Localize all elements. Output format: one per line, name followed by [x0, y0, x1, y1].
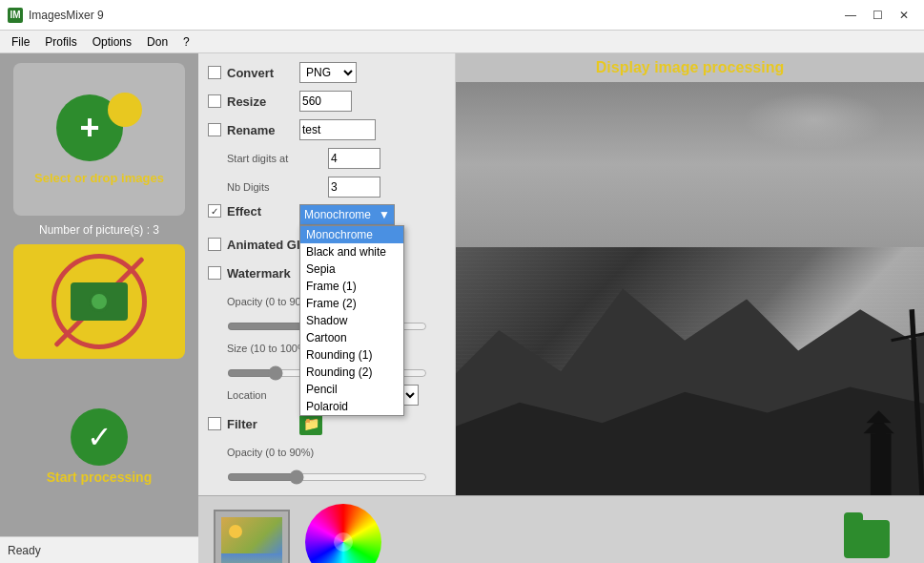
convert-checkbox[interactable] — [208, 66, 221, 79]
effect-option-bw[interactable]: Black and white — [300, 243, 403, 261]
effect-row: ✓ Effect Monochrome ▼ Monochrome Black a… — [208, 204, 445, 227]
no-camera-area — [13, 244, 185, 359]
animated-gif-checkbox[interactable] — [208, 238, 221, 251]
effect-option-sepia[interactable]: Sepia — [300, 261, 403, 278]
color-wheel-container: Background color — [305, 504, 381, 563]
plus-icon: + — [79, 111, 99, 145]
rename-row: Rename — [208, 118, 445, 141]
close-button[interactable]: ✕ — [892, 6, 916, 25]
start-digits-input[interactable] — [328, 148, 380, 169]
effect-option-shadow[interactable]: Shadow — [300, 312, 403, 329]
select-label: Select or drop images — [34, 171, 164, 185]
convert-format-container: PNG JPG BMP TIFF WEBP — [299, 62, 357, 83]
effect-option-frame1[interactable]: Frame (1) — [300, 278, 403, 295]
resize-input[interactable] — [299, 91, 352, 112]
start-digits-row: Start digits at — [208, 147, 445, 170]
menu-file[interactable]: File — [4, 33, 37, 51]
rename-label: Rename — [227, 123, 294, 137]
resize-label: Resize — [227, 94, 294, 109]
rename-checkbox[interactable] — [208, 123, 221, 136]
mountain-svg — [456, 206, 924, 495]
scene-cloud — [743, 92, 886, 149]
effect-checkbox[interactable]: ✓ — [208, 204, 221, 218]
filter-opacity-slider-container — [208, 469, 445, 488]
effect-option-cartoon[interactable]: Cartoon — [300, 329, 403, 346]
image-thumbnail — [214, 510, 290, 563]
start-label: Start processing — [47, 469, 152, 485]
minimize-button[interactable]: — — [838, 6, 863, 25]
image-drop-area[interactable]: + Select or drop images — [13, 63, 185, 216]
menu-options[interactable]: Options — [85, 33, 139, 51]
filter-checkbox[interactable] — [208, 417, 221, 430]
effect-option-rounding2[interactable]: Rounding (2) — [300, 364, 403, 381]
center-right: Convert PNG JPG BMP TIFF WEBP Res — [198, 53, 924, 536]
status-text: Ready — [8, 544, 41, 557]
menu-help[interactable]: ? — [175, 33, 197, 51]
menu-profils[interactable]: Profils — [37, 33, 84, 51]
bottom-strip: Background color Change folder — [198, 495, 924, 563]
middle-panel: Convert PNG JPG BMP TIFF WEBP Res — [198, 53, 456, 495]
color-wheel[interactable] — [305, 504, 381, 563]
resize-row: Resize — [208, 90, 445, 113]
convert-row: Convert PNG JPG BMP TIFF WEBP — [208, 61, 445, 84]
thumb-inner — [221, 517, 282, 563]
scene-mountain-area — [456, 206, 924, 495]
center-right-top: Convert PNG JPG BMP TIFF WEBP Res — [198, 53, 924, 495]
effect-selected-value: Monochrome — [304, 208, 371, 221]
color-wheel-highlight — [334, 532, 353, 552]
title-bar: IM ImagesMixer 9 — ☐ ✕ — [0, 0, 924, 31]
maximize-button[interactable]: ☐ — [865, 6, 890, 25]
filter-opacity-label: Opacity (0 to 90%) — [208, 447, 322, 458]
start-digits-label: Start digits at — [208, 153, 322, 164]
camera-lens — [89, 291, 110, 312]
image-display: FARCRY4 — [456, 82, 924, 495]
effect-dropdown-list: Monochrome Black and white Sepia Frame (… — [299, 225, 404, 416]
menu-bar: File Profils Options Don ? — [0, 31, 924, 53]
menu-don[interactable]: Don — [139, 33, 175, 51]
effect-option-polaroid[interactable]: Polaroid — [300, 398, 403, 415]
filter-label: Filter — [227, 417, 294, 431]
effect-label: Effect — [227, 204, 294, 219]
window-controls: — ☐ ✕ — [838, 6, 916, 25]
convert-label: Convert — [227, 66, 294, 80]
nb-digits-input[interactable] — [328, 177, 380, 198]
filter-opacity-row: Opacity (0 to 90%) — [208, 441, 445, 464]
thumb-sun — [229, 525, 242, 538]
change-folder-button[interactable]: Change folder — [826, 520, 909, 564]
effect-select-btn[interactable]: Monochrome ▼ — [299, 204, 395, 225]
chevron-down-icon: ▼ — [379, 208, 390, 221]
right-panel: Display image processing FARCRY4 — [456, 53, 924, 495]
nb-digits-row: Nb Digits — [208, 176, 445, 198]
pagoda-main — [871, 423, 892, 495]
effect-dropdown: Monochrome ▼ Monochrome Black and white … — [299, 204, 395, 225]
display-header: Display image processing — [456, 53, 924, 82]
effect-option-rounding1[interactable]: Rounding (1) — [300, 346, 403, 364]
drop-circle-yellow — [108, 93, 142, 127]
rename-input[interactable] — [299, 119, 376, 140]
picture-count: Number of picture(s) : 3 — [39, 223, 159, 237]
app-title: ImagesMixer 9 — [29, 9, 838, 22]
effect-option-pencil[interactable]: Pencil — [300, 381, 403, 398]
app-body: + Select or drop images Number of pictur… — [0, 53, 924, 536]
watermark-checkbox[interactable] — [208, 266, 221, 280]
effect-option-frame2[interactable]: Frame (2) — [300, 295, 403, 312]
thumb-landscape — [221, 553, 282, 563]
left-panel: + Select or drop images Number of pictur… — [0, 53, 198, 536]
farcry-scene: FARCRY4 — [456, 82, 924, 495]
app-icon: IM — [8, 8, 23, 23]
effect-option-monochrome[interactable]: Monochrome — [300, 226, 403, 243]
filter-opacity-slider[interactable] — [227, 469, 427, 485]
camera-body — [71, 282, 128, 321]
nb-digits-label: Nb Digits — [208, 181, 322, 193]
checkmark-icon: ✓ — [71, 408, 128, 466]
start-processing-button[interactable]: ✓ Start processing — [10, 366, 189, 527]
convert-format-select[interactable]: PNG JPG BMP TIFF WEBP — [299, 62, 357, 83]
resize-checkbox[interactable] — [208, 94, 221, 108]
no-camera-circle — [51, 254, 147, 349]
watermark-label: Watermark — [227, 266, 294, 281]
folder-icon-large — [844, 520, 890, 558]
